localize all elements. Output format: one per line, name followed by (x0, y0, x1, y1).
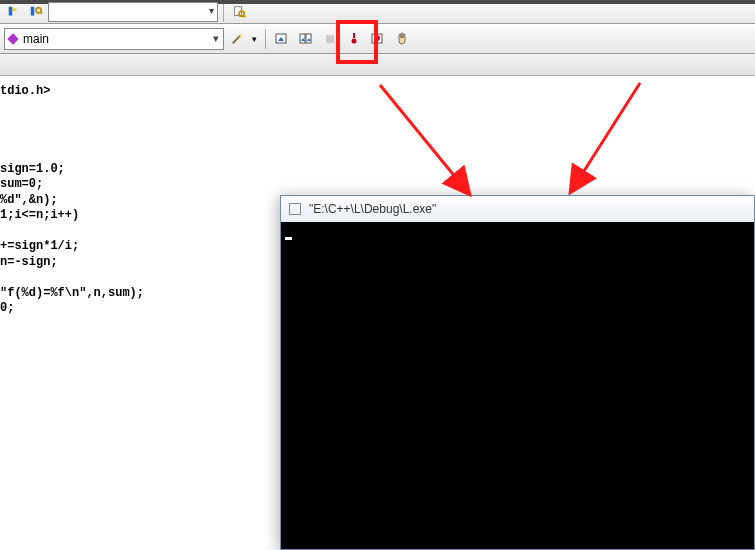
toolbar-dropdown-1[interactable] (48, 2, 218, 22)
console-system-icon (289, 203, 301, 215)
console-body[interactable] (281, 222, 754, 549)
svg-line-6 (243, 15, 245, 17)
build-button[interactable] (295, 28, 317, 50)
diamond-icon (7, 33, 18, 44)
bookmark-flag-button[interactable] (4, 2, 24, 22)
console-cursor (285, 237, 292, 240)
run-button[interactable] (343, 28, 365, 50)
sub-toolbar (0, 54, 755, 76)
stop-build-button (319, 28, 341, 50)
console-window[interactable]: "E:\C++\L\Debug\L.exe" (280, 195, 755, 550)
find-button[interactable] (229, 2, 249, 22)
wizard-split-button[interactable]: ▾ (226, 28, 260, 50)
svg-rect-11 (326, 35, 334, 43)
chevron-down-icon[interactable]: ▾ (248, 28, 260, 50)
svg-rect-9 (300, 34, 305, 43)
find-bookmark-button[interactable] (26, 2, 46, 22)
breakpoint-button[interactable] (367, 28, 389, 50)
console-title-text: "E:\C++\L\Debug\L.exe" (309, 202, 436, 216)
svg-rect-0 (9, 6, 13, 15)
svg-rect-1 (31, 6, 35, 15)
svg-rect-12 (353, 33, 355, 38)
function-name-label: main (23, 32, 49, 46)
hand-button[interactable] (391, 28, 413, 50)
separator (223, 2, 224, 22)
svg-point-15 (374, 35, 380, 41)
separator (265, 29, 266, 49)
svg-rect-10 (306, 34, 311, 43)
compile-button[interactable] (271, 28, 293, 50)
svg-line-7 (233, 35, 241, 43)
toolbar-row-2: main ▾ (0, 24, 755, 54)
svg-line-3 (40, 12, 42, 14)
function-dropdown[interactable]: main (4, 28, 224, 50)
svg-point-13 (352, 38, 357, 43)
wand-icon[interactable] (226, 28, 248, 50)
console-titlebar[interactable]: "E:\C++\L\Debug\L.exe" (281, 196, 754, 222)
